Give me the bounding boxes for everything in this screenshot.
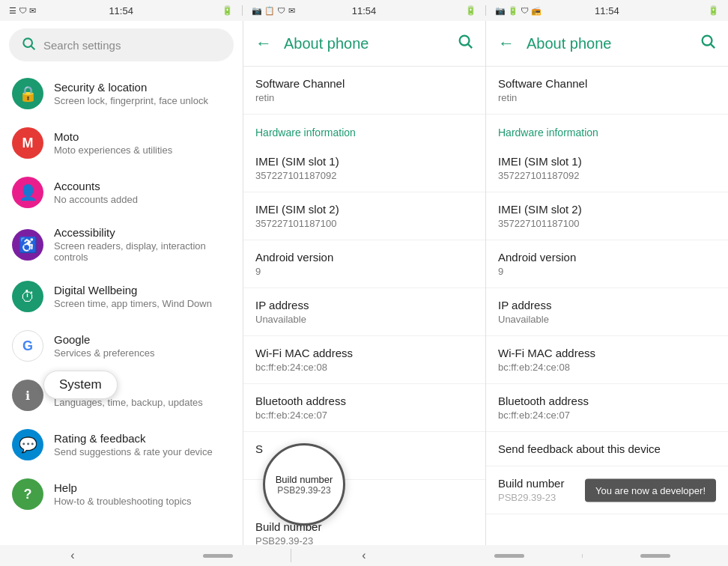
about-title-2: About phone	[527, 35, 700, 52]
about-item-feedback-1[interactable]: S Build number PSB29.39-23	[243, 432, 485, 480]
about-item-software-channel-2[interactable]: Software Channel retin	[486, 67, 728, 115]
about-panel-2: ← About phone Software Channel retin Har…	[486, 21, 728, 545]
imei1-title-1: IMEI (SIM slot 1)	[255, 155, 473, 168]
about-item-ip-1[interactable]: IP address Unavailable	[243, 288, 485, 336]
about-item-ip-2[interactable]: IP address Unavailable	[486, 288, 728, 336]
nav-back-icon-2: ‹	[362, 549, 365, 562]
wifi-title-1: Wi-Fi MAC address	[255, 347, 473, 359]
digitalwellbeing-icon: ⏱	[12, 281, 43, 312]
developer-toast: You are now a developer!	[585, 478, 716, 502]
ip-title-2: IP address	[498, 299, 716, 311]
about-content-1: Software Channel retin Hardware informat…	[243, 67, 485, 545]
google-title: Google	[54, 333, 231, 346]
bluetooth-title-1: Bluetooth address	[255, 395, 473, 407]
about-item-wifi-1[interactable]: Wi-Fi MAC address bc:ff:eb:24:ce:08	[243, 336, 485, 384]
accessibility-icon: ♿	[12, 229, 43, 261]
about-item-build-2[interactable]: Build number PSB29.39-23 You are now a d…	[486, 466, 728, 514]
rating-title: Rating & feedback	[54, 432, 231, 445]
feedback-title-2: Send feedback about this device	[498, 442, 716, 455]
build-circle-value: PSB29.39-23	[277, 485, 330, 496]
about-panel-1: ← About phone Software Channel retin Har…	[243, 21, 486, 545]
about-item-imei1-1[interactable]: IMEI (SIM slot 1) 357227101187092	[243, 144, 485, 192]
software-channel-title-2: Software Channel	[498, 77, 716, 90]
software-channel-title-1: Software Channel	[255, 77, 473, 90]
help-item-text: Help How-to & troubleshooting topics	[54, 481, 231, 507]
imei2-title-1: IMEI (SIM slot 2)	[255, 203, 473, 216]
status-left-2: 📷 📋 🛡 ✉	[243, 6, 324, 16]
sidebar-item-google[interactable]: G Google Services & preferences	[0, 321, 243, 371]
system-popup: System	[43, 371, 118, 399]
sidebar-item-help[interactable]: ? Help How-to & troubleshooting topics	[0, 469, 243, 519]
help-icon: ?	[12, 478, 43, 510]
imei1-title-2: IMEI (SIM slot 1)	[498, 155, 716, 168]
search-button-2[interactable]	[700, 33, 716, 54]
sidebar-item-accessibility[interactable]: ♿ Accessibility Screen readers, display,…	[0, 217, 243, 272]
status-bar: ☰ 🛡 ✉ 11:54 🔋 📷 📋 🛡 ✉ 11:54 🔋 📷 🔋 🛡 📻 11…	[0, 0, 728, 21]
security-title: Security & location	[54, 81, 231, 94]
back-arrow-1[interactable]: ←	[255, 34, 272, 53]
about-item-android-2[interactable]: Android version 9	[486, 240, 728, 288]
status-left-3: 📷 🔋 🛡 📻	[486, 6, 567, 16]
sidebar-item-moto[interactable]: M Moto Moto experiences & utilities	[0, 118, 243, 168]
sidebar-item-digitalwellbeing[interactable]: ⏱ Digital Wellbeing Screen time, app tim…	[0, 272, 243, 321]
battery-icon-2: 🔋	[465, 5, 476, 16]
search-bar[interactable]: Search settings	[9, 28, 234, 61]
moto-title: Moto	[54, 130, 231, 143]
about-header-1: ← About phone	[243, 21, 485, 67]
build-number-circle: Build number PSB29.39-23	[263, 443, 345, 526]
status-time-2: 11:54	[352, 5, 377, 16]
back-arrow-2[interactable]: ←	[498, 34, 515, 53]
about-item-wifi-2[interactable]: Wi-Fi MAC address bc:ff:eb:24:ce:08	[486, 336, 728, 384]
sidebar-item-security[interactable]: 🔒 Security & location Screen lock, finge…	[0, 69, 243, 118]
security-item-text: Security & location Screen lock, fingerp…	[54, 81, 231, 106]
sidebar-item-rating[interactable]: 💬 Rating & feedback Send suggestions & r…	[0, 420, 243, 469]
accounts-title: Accounts	[54, 180, 231, 192]
google-subtitle: Services & preferences	[54, 347, 231, 359]
nav-back-1[interactable]: ‹	[0, 549, 145, 562]
about-item-imei2-1[interactable]: IMEI (SIM slot 2) 357227101187100	[243, 192, 485, 240]
ip-title-1: IP address	[255, 299, 473, 311]
digitalwellbeing-item-text: Digital Wellbeing Screen time, app timer…	[54, 284, 231, 309]
about-item-imei2-2[interactable]: IMEI (SIM slot 2) 357227101187100	[486, 192, 728, 240]
imei1-value-2: 357227101187092	[498, 170, 716, 181]
status-right-2: 🔋	[404, 5, 486, 16]
wifi-value-2: bc:ff:eb:24:ce:08	[498, 362, 716, 373]
about-item-software-channel-1[interactable]: Software Channel retin	[243, 67, 485, 115]
svg-line-3	[468, 44, 472, 48]
nav-back-2[interactable]: ‹	[291, 549, 437, 562]
svg-point-2	[460, 36, 470, 46]
sidebar-item-system[interactable]: ℹ System Languages, time, backup, update…	[0, 371, 243, 420]
software-channel-value-2: retin	[498, 92, 716, 103]
bluetooth-value-1: bc:ff:eb:24:ce:07	[255, 410, 473, 421]
svg-line-1	[31, 46, 35, 50]
about-item-bluetooth-2[interactable]: Bluetooth address bc:ff:eb:24:ce:07	[486, 384, 728, 432]
sidebar-item-accounts[interactable]: 👤 Accounts No accounts added	[0, 168, 243, 217]
wifi-title-2: Wi-Fi MAC address	[498, 347, 716, 359]
about-item-bluetooth-1[interactable]: Bluetooth address bc:ff:eb:24:ce:07	[243, 384, 485, 432]
accounts-icon: 👤	[12, 177, 43, 208]
svg-point-4	[703, 36, 712, 46]
hardware-info-header-2: Hardware information	[486, 115, 728, 144]
status-center-2: 11:54	[324, 5, 404, 16]
status-icons-left-2: 📷 📋 🛡 ✉	[252, 6, 294, 16]
security-subtitle: Screen lock, fingerprint, face unlock	[54, 95, 231, 106]
software-channel-value-1: retin	[255, 92, 473, 103]
ip-value-2: Unavailable	[498, 314, 716, 325]
android-title-2: Android version	[498, 251, 716, 264]
android-title-1: Android version	[255, 251, 473, 264]
about-item-imei1-2[interactable]: IMEI (SIM slot 1) 357227101187092	[486, 144, 728, 192]
digitalwellbeing-subtitle: Screen time, app timers, Wind Down	[54, 298, 231, 309]
android-value-2: 9	[498, 266, 716, 277]
about-item-android-1[interactable]: Android version 9	[243, 240, 485, 288]
imei2-title-2: IMEI (SIM slot 2)	[498, 203, 716, 216]
imei1-value-1: 357227101187092	[255, 170, 473, 181]
accessibility-item-text: Accessibility Screen readers, display, i…	[54, 226, 231, 263]
status-time-1: 11:54	[109, 5, 133, 16]
battery-icon-1: 🔋	[222, 5, 233, 16]
search-button-1[interactable]	[457, 33, 473, 54]
about-item-feedback-2[interactable]: Send feedback about this device	[486, 432, 728, 466]
svg-line-5	[711, 44, 715, 48]
status-right-3: 🔋	[647, 5, 728, 16]
imei2-value-1: 357227101187100	[255, 218, 473, 229]
moto-subtitle: Moto experiences & utilities	[54, 144, 231, 156]
